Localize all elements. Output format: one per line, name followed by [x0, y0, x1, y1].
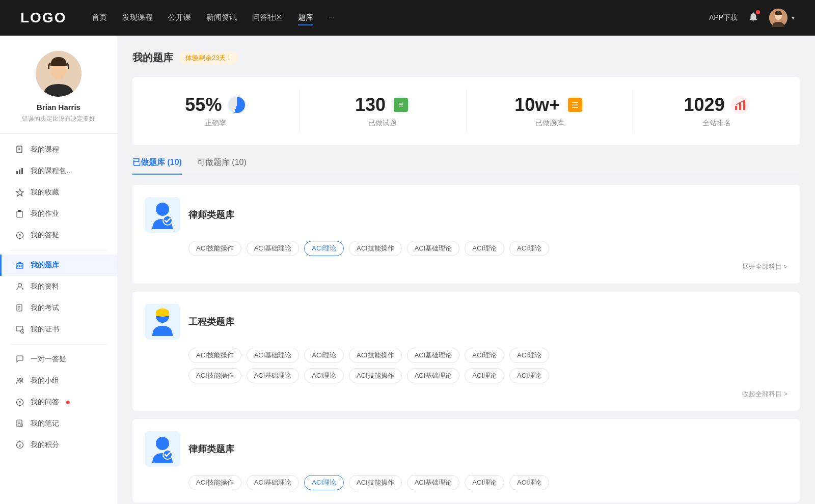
bank-footer-engineer: 收起全部科目 >: [145, 389, 787, 399]
sidebar-item-group[interactable]: 我的小组: [0, 370, 117, 391]
user-avatar-section[interactable]: ▾: [769, 9, 795, 27]
group-icon: [15, 376, 24, 385]
sidebar-item-one-on-one[interactable]: 一对一答疑: [0, 349, 117, 370]
sidebar-menu: 我的课程 我的课程包... 我的收藏 我的作业: [0, 139, 117, 456]
bank-tag[interactable]: ACI基础理论: [407, 241, 460, 256]
bank-tag[interactable]: ACI理论: [304, 241, 344, 256]
sidebar-item-homework[interactable]: 我的作业: [0, 203, 117, 225]
bank-card-engineer: 工程类题库 ACI技能操作 ACI基础理论 ACI理论 ACI技能操作 ACI基…: [132, 292, 800, 411]
bank-tag[interactable]: ACI基础理论: [407, 475, 460, 490]
bank-tag[interactable]: ACI理论: [509, 368, 549, 383]
bank-tag[interactable]: ACI理论: [509, 348, 549, 363]
sidebar-item-points[interactable]: ¥ 我的积分: [0, 434, 117, 456]
bank-tag[interactable]: ACI技能操作: [349, 348, 402, 363]
stats-container: 55% 正确率 130 ≡ 已做试题 10w+: [132, 77, 800, 145]
bank-header-lawyer-2: 律师类题库: [145, 431, 787, 467]
q-circle-icon: ?: [15, 398, 24, 407]
svg-point-47: [156, 437, 169, 450]
bank-tag[interactable]: ACI理论: [509, 241, 549, 256]
logo: LOGO: [20, 10, 71, 26]
app-download-link[interactable]: APP下载: [709, 13, 738, 22]
sidebar-item-exam[interactable]: 我的考试: [0, 297, 117, 319]
bank-tag[interactable]: ACI理论: [509, 475, 549, 490]
nav-home[interactable]: 首页: [92, 11, 107, 25]
svg-rect-8: [19, 170, 20, 174]
bank-tag[interactable]: ACI基础理论: [247, 241, 300, 256]
bank-tag[interactable]: ACI理论: [465, 348, 504, 363]
stat-done-banks-icon: ☰: [566, 96, 584, 114]
tab-available-banks[interactable]: 可做题库 (10): [197, 157, 247, 174]
sidebar-item-my-questions[interactable]: ? 我的问答: [0, 391, 117, 413]
svg-rect-16: [17, 265, 18, 267]
header-right: APP下载 ▾: [709, 9, 795, 27]
star-icon: [15, 188, 24, 197]
nav-open-course[interactable]: 公开课: [168, 11, 191, 25]
bank-tag[interactable]: ACI技能操作: [349, 241, 402, 256]
bank-tag[interactable]: ACI理论: [465, 475, 504, 490]
svg-point-28: [17, 378, 20, 381]
pie-chart: [229, 97, 245, 113]
stat-accuracy-label: 正确率: [143, 119, 289, 128]
bank-tag[interactable]: ACI理论: [304, 348, 344, 363]
sidebar-item-course-pkg[interactable]: 我的课程包...: [0, 160, 117, 182]
main-nav: 首页 发现课程 公开课 新闻资讯 问答社区 题库 ···: [92, 11, 689, 25]
notification-dot: [756, 10, 760, 14]
bank-tag[interactable]: ACI技能操作: [188, 368, 241, 383]
bank-header-lawyer-1: 律师类题库: [145, 197, 787, 233]
svg-rect-39: [739, 103, 741, 110]
bank-card-lawyer-1: 律师类题库 ACI技能操作 ACI基础理论 ACI理论 ACI技能操作 ACI基…: [132, 185, 800, 284]
bank-icon-lawyer-2: [145, 431, 180, 467]
sidebar-item-profile-data[interactable]: 我的资料: [0, 276, 117, 297]
bank-tag[interactable]: ACI技能操作: [349, 475, 402, 490]
svg-rect-7: [16, 171, 18, 174]
svg-rect-18: [21, 265, 22, 267]
svg-text:?: ?: [18, 233, 21, 238]
sidebar-divider-1: [10, 250, 107, 250]
sidebar-item-courses[interactable]: 我的课程: [0, 139, 117, 160]
nav-more[interactable]: ···: [329, 11, 335, 25]
bank-tag[interactable]: ACI基础理论: [407, 348, 460, 363]
sidebar-item-certificate[interactable]: ★ 我的证书: [0, 319, 117, 340]
bank-tag[interactable]: ACI理论: [465, 368, 504, 383]
stat-rank-label: 全站排名: [643, 119, 790, 128]
cert-icon: ★: [15, 325, 24, 334]
notification-icon[interactable]: [748, 11, 759, 24]
bank-tag[interactable]: ACI基础理论: [247, 348, 300, 363]
svg-rect-38: [735, 106, 737, 110]
nav-news[interactable]: 新闻资讯: [206, 11, 237, 25]
bank-tags-engineer-row1: ACI技能操作 ACI基础理论 ACI理论 ACI技能操作 ACI基础理论 AC…: [145, 348, 787, 363]
svg-marker-10: [16, 189, 23, 196]
svg-rect-40: [743, 101, 745, 110]
nav-question-bank[interactable]: 题库: [298, 11, 313, 25]
sidebar-item-favorites[interactable]: 我的收藏: [0, 182, 117, 203]
chart-red-icon: [733, 98, 747, 112]
expand-link-lawyer-1[interactable]: 展开全部科目 >: [742, 262, 787, 271]
svg-point-20: [18, 284, 22, 287]
bank-tag[interactable]: ACI技能操作: [349, 368, 402, 383]
nav-discover[interactable]: 发现课程: [122, 11, 153, 25]
sidebar-item-question-bank[interactable]: 我的题库: [0, 255, 117, 276]
doc-icon: [15, 303, 24, 313]
bank-footer-lawyer-1: 展开全部科目 >: [145, 262, 787, 271]
bank-tags-engineer-row2: ACI技能操作 ACI基础理论 ACI理论 ACI技能操作 ACI基础理论 AC…: [145, 368, 787, 383]
bank-header-engineer: 工程类题库: [145, 304, 787, 340]
page-header: 我的题库 体验剩余23天！: [132, 51, 800, 65]
bank-tag[interactable]: ACI基础理论: [247, 368, 300, 383]
user-dropdown-arrow[interactable]: ▾: [792, 14, 795, 21]
bank-tag[interactable]: ACI基础理论: [247, 475, 300, 490]
bank-tag[interactable]: ACI理论: [304, 368, 344, 383]
bank-tag[interactable]: ACI技能操作: [188, 241, 241, 256]
user-avatar: [769, 9, 787, 27]
sidebar-item-questions[interactable]: ? 我的答疑: [0, 225, 117, 246]
nav-qa[interactable]: 问答社区: [252, 11, 283, 25]
stat-done-banks-value: 10w+: [514, 94, 560, 116]
bank-tag[interactable]: ACI基础理论: [407, 368, 460, 383]
bank-tag[interactable]: ACI理论: [304, 475, 344, 490]
bank-tag[interactable]: ACI技能操作: [188, 348, 241, 363]
bank-tag[interactable]: ACI理论: [465, 241, 504, 256]
collapse-link-engineer[interactable]: 收起全部科目 >: [742, 389, 787, 399]
svg-point-42: [156, 203, 169, 216]
sidebar-item-notes[interactable]: 我的笔记: [0, 413, 117, 434]
tab-done-banks[interactable]: 已做题库 (10): [132, 157, 182, 174]
bank-tag[interactable]: ACI技能操作: [188, 475, 241, 490]
